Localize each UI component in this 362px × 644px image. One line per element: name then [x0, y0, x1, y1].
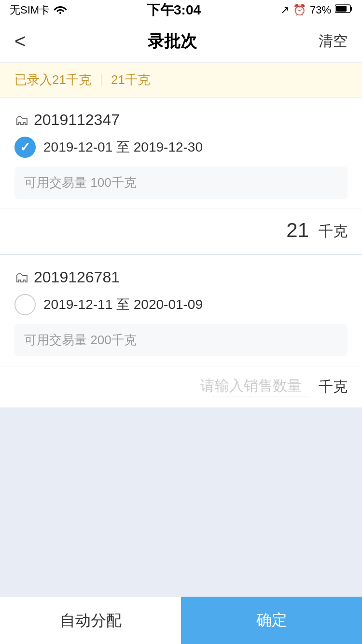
confirm-button[interactable]: 确定: [181, 597, 362, 644]
battery-percent: 73%: [310, 4, 331, 16]
quantity-input[interactable]: [125, 378, 309, 394]
wifi-icon: [54, 3, 67, 17]
batch1-date-row[interactable]: 2019-12-01 至 2019-12-30: [14, 137, 348, 158]
bottom-bar: 自动分配 确定: [0, 597, 362, 644]
page-title: 录批次: [148, 30, 197, 53]
batch2-id-row: 🗂 2019126781: [14, 268, 348, 286]
nav-bar: < 录批次 清空: [0, 20, 362, 63]
svg-rect-1: [350, 7, 352, 11]
batch2-icon: 🗂: [14, 269, 29, 286]
batch2-input-row: 千克: [0, 366, 362, 407]
batch2-radio[interactable]: [14, 294, 36, 315]
batch1-amount-value: 21: [286, 219, 309, 242]
batch1-icon: 🗂: [14, 112, 29, 128]
batch2-card: 🗂 2019126781 2019-12-11 至 2020-01-09 可用交…: [0, 255, 362, 407]
status-time: 下午3:04: [147, 1, 201, 19]
batch2-underline: [212, 396, 309, 396]
batch2-id: 2019126781: [34, 268, 120, 286]
summary-value: 21千克: [111, 71, 150, 88]
battery-icon: [335, 4, 352, 16]
auto-distribute-button[interactable]: 自动分配: [0, 597, 181, 644]
no-sim-text: 无SIM卡: [10, 3, 50, 17]
batch2-stock: 可用交易量 200千克: [14, 324, 348, 356]
clear-button[interactable]: 清空: [319, 31, 348, 51]
batch1-id-row: 🗂 2019112347: [14, 111, 348, 129]
batch1-radio[interactable]: [14, 137, 36, 158]
batch1-card: 🗂 2019112347 2019-12-01 至 2019-12-30 可用交…: [0, 98, 362, 254]
batch2-date-row[interactable]: 2019-12-11 至 2020-01-09: [14, 294, 348, 315]
summary-bar: 已录入21千克 21千克: [0, 63, 362, 98]
summary-divider: [101, 74, 101, 86]
location-icon: ↗: [280, 4, 289, 16]
batch1-stock: 可用交易量 100千克: [14, 167, 348, 199]
batch2-date: 2019-12-11 至 2020-01-09: [43, 295, 203, 314]
svg-rect-2: [336, 6, 347, 12]
status-left: 无SIM卡: [10, 3, 67, 17]
status-bar: 无SIM卡 下午3:04 ↗ ⏰ 73%: [0, 0, 362, 20]
back-button[interactable]: <: [14, 30, 26, 52]
batch1-amount-row: 21 千克: [0, 209, 362, 254]
status-right: ↗ ⏰ 73%: [280, 4, 352, 16]
batch1-underline: [212, 244, 309, 244]
batch2-unit: 千克: [319, 377, 348, 397]
batch2-input-wrapper[interactable]: [125, 378, 309, 396]
batch1-unit: 千克: [319, 222, 348, 241]
batch1-amount-wrapper: 21: [212, 219, 309, 244]
alarm-icon: ⏰: [293, 4, 306, 16]
summary-label: 已录入21千克: [14, 71, 91, 88]
batch1-id: 2019112347: [34, 111, 120, 129]
batch1-date: 2019-12-01 至 2019-12-30: [43, 138, 203, 156]
gray-area: [0, 407, 362, 601]
